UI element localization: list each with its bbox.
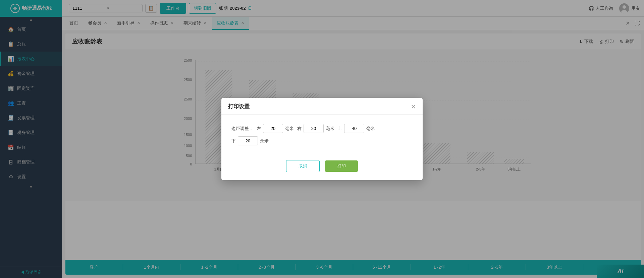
modal-header: 打印设置 ✕: [221, 98, 423, 115]
margin-top-input[interactable]: [344, 124, 364, 133]
bottom-unit: 毫米: [260, 138, 269, 144]
margin-left-group: 左 毫米: [257, 124, 294, 133]
modal-body: 边距调整： 左 毫米 右 毫米 上 毫米 下: [221, 115, 423, 155]
top-label: 上: [338, 126, 342, 132]
margin-bottom-input[interactable]: [238, 136, 258, 145]
print-confirm-button[interactable]: 打印: [325, 160, 358, 172]
margin-right-input[interactable]: [304, 124, 324, 133]
cancel-button[interactable]: 取消: [286, 160, 320, 172]
right-unit: 毫米: [326, 126, 334, 132]
bottom-label: 下: [231, 138, 236, 144]
margin-row: 边距调整： 左 毫米 右 毫米 上 毫米 下: [231, 124, 413, 145]
print-settings-modal: 打印设置 ✕ 边距调整： 左 毫米 右 毫米 上 毫米: [221, 98, 423, 180]
left-unit: 毫米: [285, 126, 294, 132]
margin-top-group: 上 毫米: [338, 124, 375, 133]
modal-footer: 取消 打印: [221, 155, 423, 180]
margin-right-group: 右 毫米: [297, 124, 334, 133]
modal-overlay: 打印设置 ✕ 边距调整： 左 毫米 右 毫米 上 毫米: [0, 0, 644, 278]
modal-title: 打印设置: [228, 103, 250, 110]
margin-bottom-group: 下 毫米: [231, 136, 269, 145]
margin-left-input[interactable]: [263, 124, 283, 133]
left-label: 左: [257, 126, 261, 132]
margin-label: 边距调整：: [231, 126, 253, 132]
top-unit: 毫米: [366, 126, 375, 132]
right-label: 右: [297, 126, 302, 132]
modal-close-button[interactable]: ✕: [411, 104, 416, 110]
